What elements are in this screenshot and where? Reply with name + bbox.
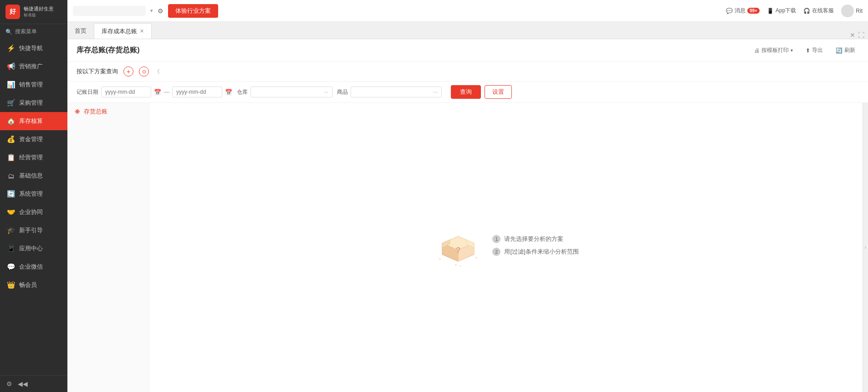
enterprise-icon: 🤝 [6,208,15,216]
svg-point-8 [475,257,477,259]
sidebar-item-label: 营销推广 [19,62,43,71]
scheme-item-inventory-ledger[interactable]: ❋ 存货总账 [67,103,149,120]
sales-icon: 📊 [6,81,15,89]
newbie-icon: 🎓 [6,226,15,234]
calendar-to-icon[interactable]: 📅 [225,89,232,96]
wechat-icon: 💬 [6,263,15,271]
inventory-icon: 🏠 [6,117,15,125]
refresh-button[interactable]: 🔄 刷新 [832,45,859,56]
sidebar-item-inventory[interactable]: 🏠 库存核算 [0,112,67,130]
tab-close-page-icon[interactable]: ✕ [850,31,855,39]
date-to-input[interactable] [172,87,222,97]
product-label: 商品 [337,88,348,96]
filter-collapse-icon[interactable]: 《 [154,68,160,76]
filter-view-button[interactable]: ⊙ [139,66,149,76]
print-button[interactable]: 🖨 按模板打印 ▾ [751,45,797,56]
sidebar-item-sales[interactable]: 📊 销售管理 [0,76,67,94]
product-placeholder [355,89,356,95]
query-button[interactable]: 查询 [451,85,481,99]
user-area[interactable]: Rit [841,5,863,17]
warehouse-placeholder [255,89,256,95]
sidebar-item-purchase[interactable]: 🛒 采购管理 [0,94,67,112]
sidebar-search[interactable]: 🔍 搜索菜单 [0,24,67,39]
filter-bar: 按以下方案查询 + ⊙ 《 [67,62,868,81]
system-icon: 🔄 [6,190,15,198]
date-field: 记账日期 📅 — 📅 [77,87,232,97]
app-download-item[interactable]: 📱 App下载 [767,7,796,15]
messages-item[interactable]: 💬 消息 99+ [726,7,760,15]
scheme-item-label: 存货总账 [84,107,107,116]
settings-button[interactable]: 设置 [485,85,512,99]
scheme-panel: ❋ 存货总账 [67,103,149,392]
user-name: Rit [856,8,863,14]
sidebar-item-label: 畅会员 [19,281,37,289]
sidebar-item-marketing[interactable]: 📢 营销推广 [0,57,67,76]
audio-footer-icon[interactable]: ◀◀ [18,380,28,387]
sidebar-item-operations[interactable]: 📋 经营管理 [0,148,67,167]
sidebar-item-label: 应用中心 [19,244,43,253]
tab-close-icon[interactable]: ✕ [140,28,144,34]
sidebar-item-basic[interactable]: 🗂 基础信息 [0,167,67,185]
warehouse-label: 仓库 [237,88,248,96]
topbar-chevron-icon[interactable]: ▾ [150,8,153,14]
product-select[interactable]: ··· [351,87,442,97]
search-icon: 🔍 [5,29,12,35]
topbar-right: 💬 消息 99+ 📱 App下载 🎧 在线客服 Rit [726,5,863,17]
topbar-gear-icon[interactable]: ⚙ [158,7,163,15]
sidebar-item-label: 新手引导 [19,226,43,234]
sidebar-item-finance[interactable]: 💰 资金管理 [0,130,67,148]
empty-inner: ? 1 请先选择要分析的 [433,225,578,270]
trial-button[interactable]: 体验行业方案 [168,4,218,18]
sidebar-item-label: 基础信息 [19,172,43,180]
svg-point-9 [455,264,457,266]
online-service-label: 在线客服 [812,7,834,15]
svg-point-7 [439,258,441,260]
headset-icon: 🎧 [803,8,810,14]
sidebar-logo: 好 畅捷通好生意 标准版 [0,0,67,24]
warehouse-more-icon: ··· [324,89,328,95]
marketing-icon: 📢 [6,62,15,71]
user-avatar [841,5,854,17]
page-actions: 🖨 按模板打印 ▾ ⬆ 导出 🔄 刷新 [751,45,859,56]
sidebar-footer: ⚙ ◀◀ [0,375,67,392]
empty-illustration: ? [433,225,479,270]
tabbar: 首页 库存成本总账 ✕ ✕ ⛶ [67,22,868,39]
export-button[interactable]: ⬆ 导出 [802,45,827,56]
main-area: ▾ ⚙ 体验行业方案 💬 消息 99+ 📱 App下载 🎧 在线客服 Rit [67,0,868,392]
tab-expand-icon[interactable]: ⛶ [858,31,864,39]
sidebar-item-wechat[interactable]: 💬 企业微信 [0,258,67,276]
warehouse-field: 仓库 ··· [237,87,332,97]
online-service-item[interactable]: 🎧 在线客服 [803,7,834,15]
scheme-icon: ❋ [75,108,80,115]
sidebar-item-appstore[interactable]: 📱 应用中心 [0,239,67,258]
vip-icon: 👑 [6,281,15,289]
logo-text-area: 畅捷通好生意 标准版 [24,5,54,18]
sidebar-item-enterprise[interactable]: 🤝 企业协同 [0,203,67,221]
warehouse-select[interactable]: ··· [250,87,332,97]
calendar-from-icon[interactable]: 📅 [154,89,161,96]
tab-home[interactable]: 首页 [67,23,94,39]
tip-item-2: 2 用[过滤]条件来缩小分析范围 [492,248,578,256]
filter-label: 按以下方案查询 [77,67,118,76]
right-toggle[interactable]: › [863,103,868,392]
sidebar-item-vip[interactable]: 👑 畅会员 [0,276,67,294]
operations-icon: 📋 [6,153,15,162]
empty-state: ? 1 请先选择要分析的 [149,103,863,392]
topbar-search-area[interactable] [73,6,146,16]
tip-text-2: 用[过滤]条件来缩小分析范围 [504,248,578,256]
home-tab-label: 首页 [75,27,87,35]
sidebar-item-label: 采购管理 [19,99,43,107]
sidebar-item-quick-nav[interactable]: ⚡ 快捷导航 [0,39,67,57]
tab-inventory-cost[interactable]: 库存成本总账 ✕ [94,23,152,39]
page-title: 库存总账(存货总账) [77,46,140,55]
filter-add-button[interactable]: + [123,66,133,76]
date-from-input[interactable] [101,87,151,97]
sidebar-item-system[interactable]: 🔄 系统管理 [0,185,67,203]
page-header: 库存总账(存货总账) 🖨 按模板打印 ▾ ⬆ 导出 🔄 刷新 [67,39,868,62]
refresh-label: 刷新 [844,46,855,54]
tip-text-1: 请先选择要分析的方案 [504,235,563,243]
inventory-cost-tab-label: 库存成本总账 [102,27,137,36]
settings-footer-icon[interactable]: ⚙ [6,380,12,387]
sidebar-item-newbie[interactable]: 🎓 新手引导 [0,221,67,239]
refresh-icon: 🔄 [836,47,842,54]
